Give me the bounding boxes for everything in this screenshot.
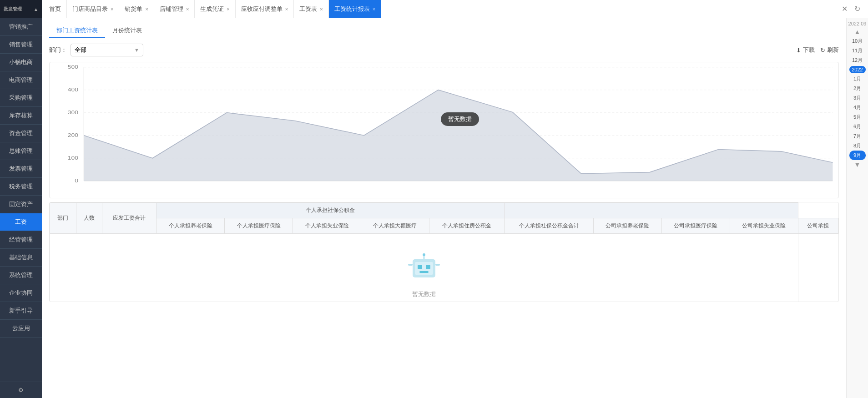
sidebar-item-base[interactable]: 基础信息 [0,249,42,267]
refresh-button[interactable]: ↻ 刷新 [820,46,839,54]
toolbar: 部门： 全部 ▼ ⬇ 下载 ↻ 刷新 [49,44,839,56]
download-icon: ⬇ [796,47,801,54]
timeline-month-3月[interactable]: 3月 [847,93,868,103]
timeline-month-2月[interactable]: 2月 [847,84,868,93]
col-header-total: 应发工资合计 [102,203,156,234]
col-subheader: 公司承担医疗保险 [661,218,730,234]
sub-tab-monthly-stats[interactable]: 月份统计表 [105,24,149,38]
empty-state: 暂无数据 [55,237,793,302]
col-subheader: 个人承担大额医疗 [361,218,429,234]
tab-close-sales-order[interactable]: × [145,6,148,12]
sidebar: 批发管理 ▲ 营销推广销售管理小畅电商电商管理采购管理库存核算资金管理总账管理发… [0,0,42,398]
sub-tabs: 部门工资统计表月份统计表 [49,24,839,38]
sidebar-item-payroll[interactable]: 工资 [0,213,42,231]
timeline-month-11月[interactable]: 11月 [847,46,868,55]
svg-rect-17 [426,265,430,269]
tab-close-store-mgmt[interactable]: × [186,6,189,12]
sidebar-title[interactable]: 批发管理 ▲ [0,0,42,18]
tab-bar-end: ✕ ↻ [839,4,866,15]
tab-voucher[interactable]: 生成凭证× [195,0,235,18]
sidebar-item-newbie[interactable]: 新手引导 [0,302,42,320]
tab-close-payroll-table[interactable]: × [320,6,323,12]
timeline-month-6月[interactable]: 6月 [847,122,868,131]
sub-tab-dept-stats[interactable]: 部门工资统计表 [49,24,105,38]
col-subheader: 个人承担社保公积金合计 [505,218,594,234]
svg-text:200: 200 [68,132,78,138]
timeline-year-2022[interactable]: 2022 [849,66,866,73]
tab-ar-ap[interactable]: 应收应付调整单× [236,0,294,18]
chevron-down-icon: ▼ [134,47,139,53]
timeline-month-10月[interactable]: 10月 [847,36,868,46]
sidebar-item-system[interactable]: 系统管理 [0,267,42,284]
tab-sales-order[interactable]: 销货单× [119,0,154,18]
svg-text:400: 400 [68,86,78,93]
col-group-company [505,203,798,218]
sidebar-item-marketing[interactable]: 营销推广 [0,18,42,36]
sidebar-item-enterprise[interactable]: 企业协同 [0,284,42,302]
tab-store-mgmt[interactable]: 店铺管理× [154,0,195,18]
sidebar-item-invoice[interactable]: 发票管理 [0,160,42,178]
table-section[interactable]: 部门 人数 应发工资合计 个人承担社保公积金 个人承担养老保险个人承担医疗保险个… [49,202,839,302]
tab-payroll-table[interactable]: 工资表× [294,0,328,18]
tab-close-ar-ap[interactable]: × [285,6,288,12]
col-subheader: 个人承担养老保险 [156,218,225,234]
sidebar-item-tax[interactable]: 税务管理 [0,178,42,196]
svg-point-20 [423,253,425,256]
tab-close-catalog[interactable]: × [111,6,113,12]
sidebar-item-sales[interactable]: 销售管理 [0,36,42,54]
empty-icon [406,250,442,287]
refresh-page-button[interactable]: ↻ [852,4,863,15]
timeline-nav-down[interactable]: ▼ [847,160,868,169]
sidebar-item-cloud[interactable]: 云应用 [0,320,42,338]
close-all-button[interactable]: ✕ [839,4,850,15]
timeline-entries: 10月11月12月20221月2月3月4月5月6月7月8月9月 [847,36,868,160]
sidebar-item-ecommerce-small[interactable]: 小畅电商 [0,54,42,71]
main-area: 首页门店商品目录×销货单×店铺管理×生成凭证×应收应付调整单×工资表×工资统计报… [42,0,868,398]
sidebar-title-label: 批发管理 [4,6,22,12]
sidebar-item-inventory[interactable]: 库存核算 [0,107,42,125]
timeline-month-8月[interactable]: 8月 [847,141,868,151]
col-subheader: 个人承担失业保险 [293,218,361,234]
tabs-container: 首页门店商品目录×销货单×店铺管理×生成凭证×应收应付调整单×工资表×工资统计报… [44,0,381,18]
settings-icon: ⚙ [18,387,24,393]
timeline-month-active[interactable]: 9月 [849,151,866,160]
tab-close-voucher[interactable]: × [227,6,229,12]
timeline-month-1月[interactable]: 1月 [847,74,868,84]
sidebar-collapse-icon[interactable]: ▲ [34,7,38,12]
tab-payroll-report[interactable]: 工资统计报表× [329,0,381,18]
timeline-month-5月[interactable]: 5月 [847,112,868,122]
timeline-month-4月[interactable]: 4月 [847,103,868,112]
chart-area: 0 100 200 300 400 500 暂无数据 [49,62,839,198]
col-subheader: 公司承担养老保险 [593,218,661,234]
content-area: 部门工资统计表月份统计表 部门： 全部 ▼ ⬇ 下载 ↻ [42,18,868,398]
page-content: 部门工资统计表月份统计表 部门： 全部 ▼ ⬇ 下载 ↻ [42,18,846,398]
dept-select[interactable]: 全部 ▼ [71,44,143,56]
col-subheader: 公司承担 [798,218,838,234]
sidebar-item-finance[interactable]: 资金管理 [0,125,42,142]
refresh-label: 刷新 [827,46,839,54]
dept-label: 部门： [49,46,67,54]
sidebar-item-operations[interactable]: 经营管理 [0,231,42,249]
sidebar-item-ecommerce[interactable]: 电商管理 [0,71,42,89]
tab-close-payroll-report[interactable]: × [373,6,375,12]
col-subheader: 公司承担失业保险 [730,218,798,234]
timeline-nav-up[interactable]: ▲ [847,27,868,36]
svg-rect-22 [435,264,440,266]
svg-text:500: 500 [68,64,78,70]
svg-text:100: 100 [68,155,78,161]
timeline-month-7月[interactable]: 7月 [847,131,868,141]
toolbar-right: ⬇ 下载 ↻ 刷新 [796,46,839,54]
svg-rect-18 [419,271,429,273]
col-header-dept: 部门 [50,203,76,234]
chart-svg: 0 100 200 300 400 500 [50,62,838,198]
settings-button[interactable]: ⚙ [0,382,42,398]
download-button[interactable]: ⬇ 下载 [796,46,815,54]
col-subheader: 个人承担医疗保险 [225,218,293,234]
tab-home[interactable]: 首页 [44,0,67,18]
sidebar-item-ledger[interactable]: 总账管理 [0,142,42,160]
sidebar-item-purchase[interactable]: 采购管理 [0,89,42,107]
timeline-month-12月[interactable]: 12月 [847,55,868,65]
sidebar-item-assets[interactable]: 固定资产 [0,196,42,213]
dept-select-value: 全部 [75,46,86,54]
tab-catalog[interactable]: 门店商品目录× [67,0,119,18]
